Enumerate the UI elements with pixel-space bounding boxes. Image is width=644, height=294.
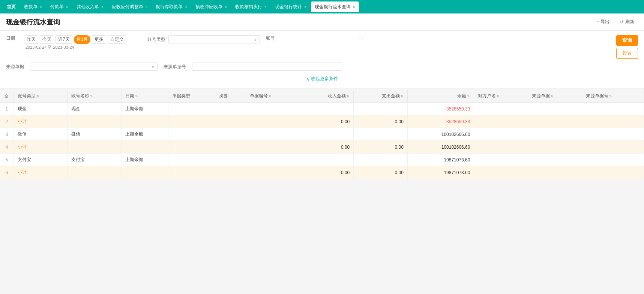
close-icon[interactable]: × xyxy=(146,5,148,9)
table-row: 1 现金 现金 上期余额 -3528659.33 xyxy=(0,103,644,115)
col-expense[interactable]: 支出金额⇅ xyxy=(354,90,408,103)
cell-summary xyxy=(215,141,246,154)
cell-summary xyxy=(215,154,246,166)
close-icon[interactable]: × xyxy=(225,5,227,9)
table-wrap: ⚙ 账号类型⇅ 账号名称⇅ 日期⇅ 单据类型 摘要 单据编号⇅ xyxy=(0,90,644,179)
sort-icon: ⇅ xyxy=(467,94,470,98)
nav-tab-xianjinyinhang[interactable]: 现金银行统计 × xyxy=(271,1,310,12)
cell-doc-type xyxy=(168,115,215,128)
col-source-doc-no[interactable]: 来源单据号⇅ xyxy=(582,90,644,103)
close-icon[interactable]: × xyxy=(66,5,68,9)
dots-icon[interactable]: ··· xyxy=(359,36,363,41)
date-options: 昨天 今天 近7天 近1月 更多 自定义 xyxy=(24,35,126,44)
nav-tab-yinhangcunqu[interactable]: 银行存取款单 × xyxy=(152,1,191,12)
cell-source-doc-no xyxy=(582,141,644,154)
sort-icon: ⇅ xyxy=(497,94,500,98)
date-yesterday-btn[interactable]: 昨天 xyxy=(24,35,38,44)
close-icon[interactable]: × xyxy=(40,5,42,9)
cell-doc-no xyxy=(246,141,300,154)
collapse-bar[interactable]: ∧ 收起更多条件 xyxy=(6,74,638,84)
cell-income xyxy=(300,103,354,115)
header-actions: ↑ 导出 ↺ 刷新 xyxy=(593,17,638,27)
col-settings[interactable]: ⚙ xyxy=(0,90,14,103)
date-more-btn[interactable]: 更多 xyxy=(92,35,106,44)
cell-source-doc xyxy=(528,166,582,179)
nav-tab-fukuandan[interactable]: 付款单 × xyxy=(47,1,72,12)
query-button[interactable]: 查询 xyxy=(616,35,638,46)
cell-source-doc-no xyxy=(582,166,644,179)
account-type-select[interactable]: ∨ xyxy=(168,35,260,43)
col-account-name[interactable]: 账号名称⇅ xyxy=(68,90,122,103)
close-icon[interactable]: × xyxy=(353,5,355,9)
col-summary[interactable]: 摘要 xyxy=(215,90,246,103)
cell-income: 0.00 xyxy=(300,141,354,154)
collapse-icon: ∧ xyxy=(306,76,309,82)
cell-expense xyxy=(354,103,408,115)
cell-counterpart xyxy=(474,128,528,141)
cell-expense xyxy=(354,128,408,141)
date-7days-btn[interactable]: 近7天 xyxy=(56,35,72,44)
col-source-doc[interactable]: 来源单据⇅ xyxy=(528,90,582,103)
cell-income: 0.00 xyxy=(300,166,354,179)
nav-tab-qitashouru[interactable]: 其他收入单 × xyxy=(73,1,107,12)
cell-balance: 19871073.60 xyxy=(407,154,474,166)
refresh-button[interactable]: ↺ 刷新 xyxy=(616,17,638,27)
export-button[interactable]: ↑ 导出 xyxy=(593,17,613,27)
close-icon[interactable]: × xyxy=(101,5,104,9)
col-doc-type[interactable]: 单据类型 xyxy=(168,90,215,103)
date-filter-label: 日期 xyxy=(6,35,21,42)
cell-summary xyxy=(215,128,246,141)
sort-icon: ⇅ xyxy=(609,94,612,98)
nav-tab-shoukuandan[interactable]: 收款单 × xyxy=(20,1,46,12)
cell-balance: 100102606.60 xyxy=(407,141,474,154)
sort-icon: ⇅ xyxy=(36,94,39,98)
cell-expense: 0.00 xyxy=(354,141,408,154)
cell-account-type: 支付宝 xyxy=(14,154,68,166)
table-row: 6 小计 0.00 0.00 19871073.60 xyxy=(0,166,644,179)
sort-icon: ⇅ xyxy=(551,94,554,98)
row-num: 5 xyxy=(0,154,14,166)
row-num: 1 xyxy=(0,103,14,115)
close-icon[interactable]: × xyxy=(185,5,187,9)
col-doc-no[interactable]: 单据编号⇅ xyxy=(246,90,300,103)
date-custom-btn[interactable]: 自定义 xyxy=(108,35,126,44)
col-income[interactable]: 收入金额⇅ xyxy=(300,90,354,103)
col-counterpart[interactable]: 对方户名⇅ xyxy=(474,90,528,103)
cell-source-doc xyxy=(528,115,582,128)
settings-button[interactable]: 设置 xyxy=(616,48,638,59)
cell-account-type: 小计 xyxy=(14,166,68,179)
nav-tab-yingshouyingfu[interactable]: 应收应付调整单 × xyxy=(108,1,152,12)
col-account-type[interactable]: 账号类型⇅ xyxy=(14,90,68,103)
cell-doc-type xyxy=(168,154,215,166)
cell-doc-no xyxy=(246,154,300,166)
nav-tab-shoukuanhexiao[interactable]: 收款核销执行 × xyxy=(231,1,270,12)
nav-tab-yushouchong[interactable]: 预收冲应收单 × xyxy=(192,1,231,12)
source-doc-no-label: 来源单据号 xyxy=(164,64,186,70)
source-doc-no-input[interactable] xyxy=(195,64,339,69)
gear-icon: ⚙ xyxy=(4,93,9,99)
date-1month-btn[interactable]: 近1月 xyxy=(74,35,91,44)
col-balance[interactable]: 余额⇅ xyxy=(407,90,474,103)
data-table: ⚙ 账号类型⇅ 账号名称⇅ 日期⇅ 单据类型 摘要 单据编号⇅ xyxy=(0,90,644,179)
cell-source-doc xyxy=(528,128,582,141)
date-today-btn[interactable]: 今天 xyxy=(40,35,54,44)
source-doc-no-input-wrap[interactable] xyxy=(192,63,342,71)
cell-doc-type xyxy=(168,166,215,179)
cell-date xyxy=(121,141,168,154)
cell-source-doc-no xyxy=(582,115,644,128)
cell-expense xyxy=(354,154,408,166)
nav-tab-liushuichaxun[interactable]: 现金银行流水查询 × xyxy=(311,1,359,12)
cell-account-name xyxy=(68,115,122,128)
cell-summary xyxy=(215,166,246,179)
close-icon[interactable]: × xyxy=(304,5,306,9)
close-icon[interactable]: × xyxy=(264,5,267,9)
source-doc-select[interactable]: ∨ xyxy=(30,63,158,71)
cell-counterpart xyxy=(474,166,528,179)
cell-doc-no xyxy=(246,115,300,128)
cell-account-type: 小计 xyxy=(14,115,68,128)
nav-home[interactable]: 首页 xyxy=(3,1,20,12)
cell-account-name xyxy=(68,166,122,179)
source-doc-input[interactable] xyxy=(33,64,152,69)
col-date[interactable]: 日期⇅ xyxy=(121,90,168,103)
account-type-input[interactable] xyxy=(172,37,254,42)
